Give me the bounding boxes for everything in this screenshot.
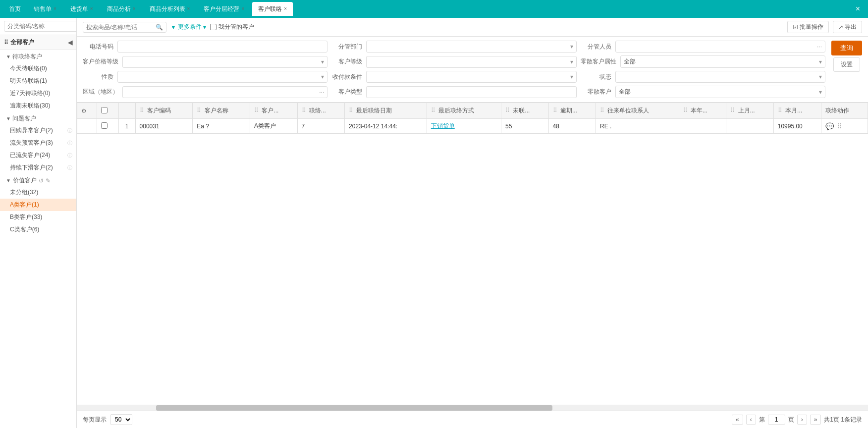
next-page-btn[interactable]: ›	[797, 415, 807, 425]
horizontal-scrollbar[interactable]	[77, 405, 868, 411]
sidebar-declining[interactable]: 持续下滑客户(2) ⓘ	[0, 161, 76, 174]
unit-contact-col-header[interactable]: ⠿ 往来单位联系人	[596, 103, 679, 119]
code-col-header[interactable]: ⠿ 客户编码	[135, 103, 193, 119]
refresh-icon[interactable]: ↺	[39, 177, 44, 184]
row-select-checkbox[interactable]	[101, 122, 108, 129]
sidebar-repeat-abnormal[interactable]: 回购异常客户(2) ⓘ	[0, 124, 76, 137]
manager-field: 分管人员 ···	[581, 41, 825, 53]
qr-action-icon[interactable]: ⠿	[837, 122, 842, 130]
my-customers-checkbox[interactable]	[210, 24, 217, 30]
region-select[interactable]: ···	[122, 86, 327, 98]
row-overdue: 48	[548, 119, 596, 134]
row-type: A类客户	[250, 119, 297, 134]
customer-type-input[interactable]	[366, 86, 576, 98]
nav-tab-analysis[interactable]: 商品分析 ×	[101, 2, 142, 16]
first-page-btn[interactable]: «	[732, 415, 743, 425]
last-method-col-header[interactable]: ⠿ 最后联络方式	[427, 103, 501, 119]
chat-action-icon[interactable]: 💬	[825, 122, 834, 130]
last-page-btn[interactable]: »	[810, 415, 821, 425]
this-month-col-header[interactable]: ⠿ 本月...	[773, 103, 821, 119]
query-buttons: 查询 设置	[831, 41, 862, 98]
edit-icon[interactable]: ✎	[46, 177, 51, 184]
name-col-header[interactable]: ⠿ 客户名称	[193, 103, 250, 119]
gear-col-header[interactable]: ⚙	[77, 103, 97, 119]
row-last-method[interactable]: 下销货单	[427, 119, 501, 134]
no-contact-col-header[interactable]: ⠿ 未联...	[501, 103, 549, 119]
select-all-checkbox[interactable]	[101, 107, 108, 113]
price-level-select[interactable]: ▾	[122, 56, 327, 68]
row-index: 1	[118, 119, 135, 134]
nav-tab-purchase[interactable]: 进货单 ×	[64, 2, 99, 16]
price-level-field: 客户价格等级 ▾	[83, 56, 327, 68]
nav-tab-sales[interactable]: 销售单 ×	[28, 2, 62, 16]
filter-actions: ☑ 批量操作 ↗ 导出	[787, 21, 862, 33]
close-purchase-tab[interactable]: ×	[90, 2, 93, 16]
phone-input[interactable]	[117, 41, 327, 53]
my-customers-check: 我分管的客户	[210, 23, 254, 31]
sidebar-today-contact[interactable]: 今天待联络(0)	[0, 62, 76, 75]
type-col-header[interactable]: ⠿ 客户...	[250, 103, 297, 119]
prev-page-btn[interactable]: ‹	[746, 415, 756, 425]
manager-select[interactable]: ···	[615, 41, 825, 53]
more-filters-btn[interactable]: ▼ 更多条件 ▾	[170, 23, 206, 31]
nav-tab-customer-contact[interactable]: 客户联络 ×	[252, 2, 293, 16]
checkbox-col-header[interactable]	[97, 103, 118, 119]
top-nav: 首页 销售单 × 进货单 × 商品分析 × 商品分析列表 × 客户分层经营 × …	[0, 0, 868, 18]
bottom-bar: 每页显示 50 « ‹ 第 页 › » 共1页 1条记录	[77, 411, 868, 428]
overdue-col-header[interactable]: ⠿ 逾期...	[548, 103, 596, 119]
query-btn[interactable]: 查询	[831, 41, 862, 55]
last-date-col-header[interactable]: ⠿ 最后联络日期	[345, 103, 427, 119]
row-name[interactable]: Ea ?	[193, 119, 250, 134]
per-page-select[interactable]: 50	[110, 414, 132, 425]
sidebar-c-class[interactable]: C类客户(6)	[0, 223, 76, 236]
pending-contact-group[interactable]: ▼ 待联络客户	[0, 50, 76, 62]
export-btn[interactable]: ↗ 导出	[833, 21, 862, 33]
nav-home[interactable]: 首页	[4, 2, 26, 16]
scatter-select[interactable]: 全部▾	[615, 86, 825, 98]
problem-customers-group[interactable]: ▼ 问题客户	[0, 112, 76, 124]
status-select[interactable]: ▾	[615, 71, 825, 83]
batch-op-btn[interactable]: ☑ 批量操作	[787, 21, 829, 33]
sidebar-a-class[interactable]: A类客户(1)	[0, 199, 76, 211]
sidebar-7day-contact[interactable]: 近7天待联络(0)	[0, 87, 76, 100]
sidebar-collapse-btn[interactable]: ◀	[68, 39, 72, 46]
page-number-input[interactable]	[768, 415, 785, 425]
index-col-header	[118, 103, 135, 119]
sidebar-overdue-contact[interactable]: 逾期未联络(30)	[0, 100, 76, 112]
dept-select[interactable]: ▾	[366, 41, 576, 53]
close-analysis-tab[interactable]: ×	[133, 2, 136, 16]
sidebar-search-input[interactable]	[4, 21, 77, 32]
sidebar-b-class[interactable]: B类客户(33)	[0, 211, 76, 223]
filter-search-input[interactable]	[86, 24, 156, 31]
contact-col-header[interactable]: ⠿ 联络...	[297, 103, 345, 119]
sidebar-churned[interactable]: 已流失客户(24) ⓘ	[0, 149, 76, 161]
filter-row-4: 区域（地区） ··· 客户类型 零散客户	[83, 86, 825, 98]
close-customer-layer-tab[interactable]: ×	[241, 2, 244, 16]
scrollbar-thumb[interactable]	[156, 405, 552, 411]
filter-search-icon[interactable]: 🔍	[156, 24, 163, 31]
payment-select[interactable]: ▾	[366, 71, 576, 83]
data-table: ⚙ ⠿ 客户编码 ⠿ 客户名称 ⠿ 客户...	[77, 103, 868, 134]
row-checkbox[interactable]	[97, 119, 118, 134]
close-sales-tab[interactable]: ×	[54, 2, 56, 16]
close-all-btn[interactable]: ×	[852, 4, 864, 13]
this-year-col-header[interactable]: ⠿ 本年...	[679, 103, 726, 119]
filter-bar: 🔍 ▼ 更多条件 ▾ 我分管的客户 ☑ 批量操作 ↗ 导出	[77, 18, 868, 37]
scatter-attr-select[interactable]: 全部▾	[620, 55, 825, 68]
all-customers-header[interactable]: ⠿ 全部客户 ◀	[0, 35, 76, 50]
customer-level-field: 客户等级 ▾	[331, 56, 576, 68]
customer-level-select[interactable]: ▾	[366, 56, 576, 68]
sidebar-ungrouped[interactable]: 未分组(32)	[0, 186, 76, 199]
close-customer-contact-tab[interactable]: ×	[284, 2, 287, 16]
row-code[interactable]: 000031	[135, 119, 193, 134]
nature-select[interactable]: ▾	[117, 71, 327, 83]
nav-tab-customer-layer[interactable]: 客户分层经营 ×	[198, 2, 250, 16]
sidebar-churn-warning[interactable]: 流失预警客户(3) ⓘ	[0, 137, 76, 149]
settings-btn[interactable]: 设置	[833, 57, 860, 72]
gear-icon: ⚙	[81, 107, 87, 114]
close-analysis-list-tab[interactable]: ×	[187, 2, 190, 16]
last-month-col-header[interactable]: ⠿ 上月...	[726, 103, 774, 119]
sidebar-tomorrow-contact[interactable]: 明天待联络(1)	[0, 75, 76, 87]
nav-tab-analysis-list[interactable]: 商品分析列表 ×	[144, 2, 196, 16]
value-customers-group[interactable]: ▼ 价值客户 ↺ ✎	[0, 174, 76, 186]
